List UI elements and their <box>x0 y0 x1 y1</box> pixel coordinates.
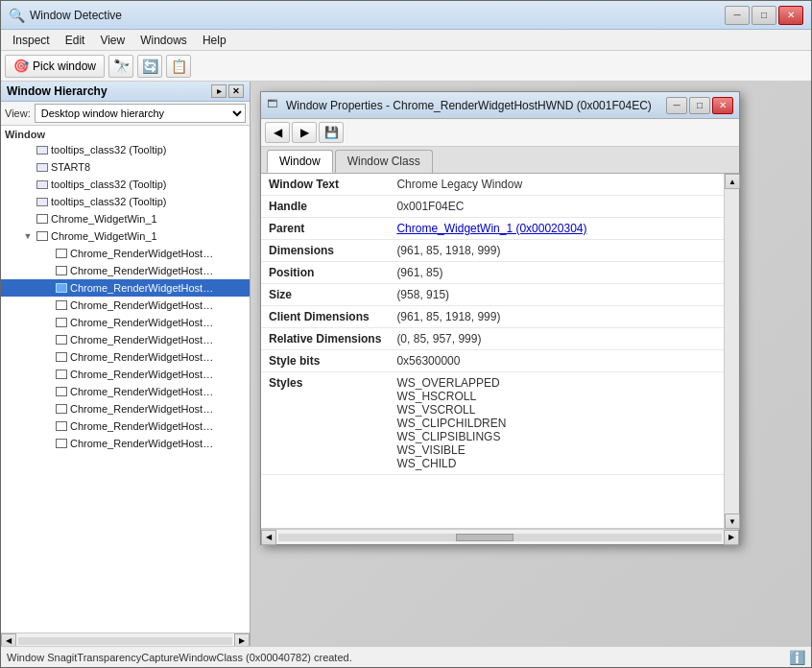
list-item[interactable]: Chrome_RenderWidgetHost… <box>1 366 250 383</box>
tab-window-class[interactable]: Window Class <box>335 150 433 173</box>
list-item[interactable]: Chrome_RenderWidgetHost… <box>1 348 250 366</box>
dialog-minimize-button[interactable]: ─ <box>666 97 687 114</box>
window-icon <box>55 402 68 416</box>
dialog-title: Window Properties - Chrome_RenderWidgetH… <box>286 99 666 112</box>
hscroll-right-button[interactable]: ▶ <box>724 530 739 545</box>
table-row: Style bits 0x56300000 <box>261 350 724 372</box>
table-row: Position (961, 85) <box>261 262 724 284</box>
prop-name: Handle <box>261 196 389 218</box>
prop-name: Parent <box>261 218 389 240</box>
window-icon <box>55 247 68 260</box>
hscroll-left-button[interactable]: ◀ <box>261 530 276 545</box>
window-icon <box>55 298 68 312</box>
props-area[interactable]: Window Text Chrome Legacy Window Handle … <box>261 174 739 529</box>
dialog-vscrollbar[interactable]: ▲ ▼ <box>724 174 739 529</box>
tree-scroll[interactable]: Window tooltips_class32 (Tooltip) START8 <box>1 126 250 632</box>
left-panel: Window Hierarchy ▸ ✕ View: Desktop windo… <box>1 82 251 648</box>
maximize-button[interactable]: □ <box>752 6 776 25</box>
list-item[interactable]: Chrome_RenderWidgetHost… <box>1 262 250 279</box>
refresh-button[interactable]: 🔄 <box>137 55 162 78</box>
prop-name: Window Text <box>261 174 389 196</box>
save-button[interactable]: 💾 <box>319 122 344 143</box>
list-item[interactable]: ▼ Chrome_WidgetWin_1 <box>1 227 250 245</box>
tree-item-label: Chrome_RenderWidgetHost… <box>70 299 213 311</box>
minimize-button[interactable]: ─ <box>725 6 750 25</box>
list-item[interactable]: tooltips_class32 (Tooltip) <box>1 193 250 210</box>
info-icon: ℹ️ <box>789 650 805 665</box>
table-row: Parent Chrome_WidgetWin_1 (0x00020304) <box>261 218 724 240</box>
list-item[interactable]: tooltips_class32 (Tooltip) <box>1 176 250 193</box>
list-item[interactable]: Chrome_RenderWidgetHost… <box>1 279 250 297</box>
parent-link[interactable]: Chrome_WidgetWin_1 (0x00020304) <box>396 222 586 235</box>
table-row: Relative Dimensions (0, 85, 957, 999) <box>261 328 724 350</box>
prop-value: 0x001F04EC <box>389 196 724 218</box>
prop-name: Client Dimensions <box>261 306 389 328</box>
app-icon: 🔍 <box>9 8 24 23</box>
prop-name: Style bits <box>261 350 389 372</box>
close-button[interactable]: ✕ <box>778 6 803 25</box>
list-item[interactable]: Chrome_RenderWidgetHost… <box>1 435 250 452</box>
prop-value: (961, 85, 1918, 999) <box>389 240 724 262</box>
pick-window-button[interactable]: 🎯 Pick window <box>5 55 105 78</box>
menu-edit[interactable]: Edit <box>58 32 93 49</box>
dialog-maximize-button[interactable]: □ <box>689 97 710 114</box>
window-icon <box>55 419 68 433</box>
pick-window-label: Pick window <box>33 60 96 73</box>
tree-area: Window tooltips_class32 (Tooltip) START8 <box>1 126 250 632</box>
prop-name: Dimensions <box>261 240 389 262</box>
menu-inspect[interactable]: Inspect <box>5 32 58 49</box>
prop-name: Relative Dimensions <box>261 328 389 350</box>
prop-value: (961, 85, 1918, 999) <box>389 306 724 328</box>
menu-windows[interactable]: Windows <box>132 32 195 49</box>
dialog-close-button[interactable]: ✕ <box>712 97 733 114</box>
dialog-icon: 🗔 <box>267 98 282 113</box>
panel-float-button[interactable]: ▸ <box>211 84 227 98</box>
list-item[interactable]: Chrome_RenderWidgetHost… <box>1 314 250 331</box>
list-item[interactable]: START8 <box>1 158 250 176</box>
status-bar: Window SnagitTransparencyCaptureWindowCl… <box>1 646 811 667</box>
list-item[interactable]: Chrome_RenderWidgetHost… <box>1 418 250 435</box>
list-item[interactable]: Chrome_RenderWidgetHost… <box>1 331 250 348</box>
dialog-hscrollbar[interactable]: ◀ ▶ <box>261 529 739 544</box>
tree-item-label: tooltips_class32 (Tooltip) <box>51 179 166 190</box>
panel-close-button[interactable]: ✕ <box>228 84 244 98</box>
back-icon: ◀ <box>274 126 282 139</box>
table-row: Dimensions (961, 85, 1918, 999) <box>261 240 724 262</box>
expander-icon <box>39 384 55 399</box>
expander-icon <box>39 349 55 365</box>
scroll-up-button[interactable]: ▲ <box>725 174 740 189</box>
scroll-down-button[interactable]: ▼ <box>725 513 740 529</box>
view-select[interactable]: Desktop window hierarchy <box>35 104 246 123</box>
menu-view[interactable]: View <box>92 32 132 49</box>
tree-item-label: Chrome_RenderWidgetHost… <box>70 282 213 294</box>
prop-value: Chrome Legacy Window <box>389 174 724 196</box>
prop-name: Position <box>261 262 389 284</box>
list-item[interactable]: Chrome_RenderWidgetHost… <box>1 245 250 262</box>
menu-help[interactable]: Help <box>195 32 234 49</box>
dialog-title-buttons: ─ □ ✕ <box>666 97 733 114</box>
panel-header-controls: ▸ ✕ <box>211 84 244 98</box>
list-item[interactable]: tooltips_class32 (Tooltip) <box>1 141 250 158</box>
window-icon <box>36 229 49 243</box>
tree-item-label: Chrome_RenderWidgetHost… <box>70 265 213 276</box>
menu-bar: Inspect Edit View Windows Help <box>1 30 811 51</box>
save-icon: 💾 <box>324 126 339 139</box>
tree-section-header: Window <box>1 128 250 141</box>
expander-icon <box>39 246 55 261</box>
table-row: Styles WS_OVERLAPPED WS_HSCROLL WS_VSCRO… <box>261 372 724 475</box>
tab-window[interactable]: Window <box>267 150 333 173</box>
binoculars-icon: 🔭 <box>113 59 130 74</box>
binoculars-button[interactable]: 🔭 <box>108 55 133 78</box>
app-window: 🔍 Window Detective ─ □ ✕ Inspect Edit Vi… <box>0 0 812 668</box>
list-item[interactable]: Chrome_RenderWidgetHost… <box>1 383 250 400</box>
expander-icon <box>39 263 55 278</box>
list-item[interactable]: Chrome_WidgetWin_1 <box>1 210 250 227</box>
list-item[interactable]: Chrome_RenderWidgetHost… <box>1 400 250 418</box>
expander-icon <box>39 367 55 382</box>
prop-value: (958, 915) <box>389 284 724 306</box>
copy-button[interactable]: 📋 <box>166 55 191 78</box>
list-item[interactable]: Chrome_RenderWidgetHost… <box>1 297 250 314</box>
back-button[interactable]: ◀ <box>265 122 290 143</box>
prop-name: Size <box>261 284 389 306</box>
forward-button[interactable]: ▶ <box>292 122 317 143</box>
